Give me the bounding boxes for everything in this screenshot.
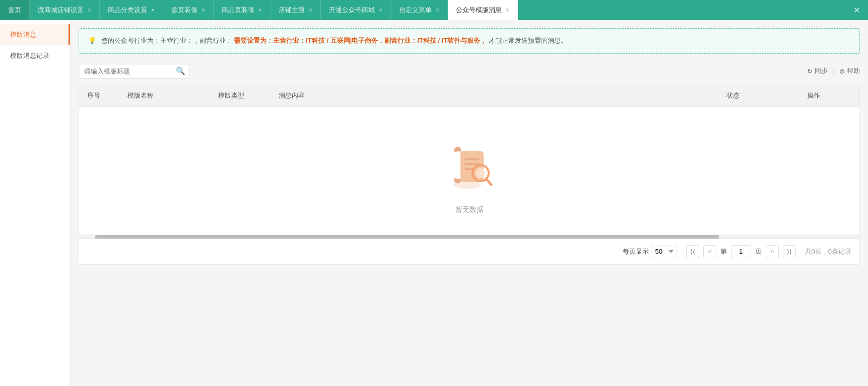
layout: 模版消息 模版消息记录 💡 您的公众号行业为：主营行业：，副营行业： 需要设置为… [0, 20, 868, 386]
search-bar: 🔍 ↻ 同步 | ⊘ 帮助 [79, 64, 860, 79]
tab-bar: 首页 微商城店铺设置 × 商品分类设置 × 首页装修 × 商品页装修 × 店铺主… [0, 0, 868, 20]
help-icon: ⊘ [839, 67, 845, 75]
notice-box: 💡 您的公众号行业为：主营行业：，副营行业： 需要设置为：主营行业：IT科技 /… [79, 28, 860, 54]
col-header-content: 消息内容 [271, 85, 718, 106]
close-tab-custom-menu[interactable]: × [436, 7, 439, 14]
tab-shop-theme[interactable]: 店铺主题 × [271, 0, 321, 20]
tab-home-decor[interactable]: 首页装修 × [163, 0, 214, 20]
help-label: 帮助 [847, 66, 860, 75]
sync-button[interactable]: ↻ 同步 [807, 66, 828, 75]
close-tab-open-mall[interactable]: × [379, 7, 382, 14]
tab-shop-settings[interactable]: 微商城店铺设置 × [30, 0, 100, 20]
page-total: 共0页，0条记录 [805, 247, 851, 256]
empty-state: 暂无数据 [79, 107, 859, 235]
tab-shop-settings-label: 微商城店铺设置 [38, 6, 84, 15]
main-content: 💡 您的公众号行业为：主营行业：，副营行业： 需要设置为：主营行业：IT科技 /… [71, 20, 868, 386]
sidebar-item-template-msg-label: 模版消息 [10, 31, 36, 38]
tab-product-decor-label: 商品页装修 [222, 6, 254, 15]
page-first-button[interactable]: ⟨⟨ [686, 245, 699, 258]
search-icon[interactable]: 🔍 [176, 66, 185, 75]
close-tab-template-msg[interactable]: × [506, 7, 509, 14]
col-header-index: 序号 [79, 85, 119, 106]
tab-product-decor[interactable]: 商品页装修 × [214, 0, 271, 20]
tab-bar-close-all[interactable]: ✕ [845, 6, 868, 15]
toolbar-divider: | [833, 67, 834, 75]
table-header: 序号 模版名称 模版类型 消息内容 状态 操作 [79, 85, 859, 107]
svg-line-6 [486, 179, 491, 185]
table-wrap: 序号 模版名称 模版类型 消息内容 状态 操作 [79, 85, 860, 239]
svg-point-5 [476, 168, 486, 178]
sidebar-item-template-msg-record[interactable]: 模版消息记录 [0, 45, 70, 66]
tab-custom-menu[interactable]: 自定义菜单 × [391, 0, 448, 20]
bulb-icon: 💡 [88, 37, 96, 44]
close-tab-product-category[interactable]: × [151, 7, 155, 14]
close-tab-shop-theme[interactable]: × [309, 7, 312, 14]
page-size-dropdown[interactable]: 50 20 100 [651, 246, 677, 257]
pagination: 每页显示 50 20 100 ⟨⟨ ＜ 第 页 ＞ ⟩⟩ 共0页，0条记录 [79, 239, 860, 265]
notice-text-prefix: 您的公众号行业为：主营行业：，副营行业： [101, 37, 232, 44]
col-header-status: 状态 [718, 85, 799, 106]
page-next-button[interactable]: ＞ [766, 245, 779, 258]
sidebar: 模版消息 模版消息记录 [0, 20, 71, 386]
tab-home-label: 首页 [8, 6, 21, 15]
tab-custom-menu-label: 自定义菜单 [399, 6, 432, 15]
page-unit: 页 [755, 247, 762, 256]
tab-product-category-label: 商品分类设置 [108, 6, 147, 15]
empty-icon [439, 137, 500, 197]
tab-open-mall[interactable]: 开通公众号商城 × [321, 0, 391, 20]
col-header-name: 模版名称 [119, 85, 210, 106]
close-tab-shop-settings[interactable]: × [88, 7, 91, 14]
page-input[interactable] [731, 245, 751, 258]
sync-label: 同步 [815, 66, 828, 75]
tab-home[interactable]: 首页 [0, 0, 30, 20]
tab-template-msg-label: 公众号模版消息 [456, 6, 502, 15]
empty-text: 暂无数据 [455, 205, 484, 214]
scroll-track[interactable] [79, 235, 859, 239]
col-header-action: 操作 [799, 85, 859, 106]
page-last-button[interactable]: ⟩⟩ [783, 245, 796, 258]
page-size-select: 每页显示 50 20 100 [623, 246, 677, 257]
sync-icon: ↻ [807, 67, 813, 75]
col-header-type: 模版类型 [210, 85, 271, 106]
scroll-thumb[interactable] [95, 235, 719, 239]
close-tab-product-decor[interactable]: × [258, 7, 262, 14]
tab-product-category[interactable]: 商品分类设置 × [100, 0, 163, 20]
page-size-label: 每页显示 [623, 247, 649, 256]
search-input-wrap: 🔍 [79, 64, 189, 79]
tab-open-mall-label: 开通公众号商城 [329, 6, 375, 15]
search-input[interactable] [79, 64, 189, 79]
tab-home-decor-label: 首页装修 [171, 6, 197, 15]
sidebar-item-template-msg[interactable]: 模版消息 [0, 24, 70, 45]
page-prefix: 第 [720, 247, 727, 256]
sync-help-area: ↻ 同步 | ⊘ 帮助 [807, 66, 860, 75]
notice-highlight: 需要设置为：主营行业：IT科技 / 互联网|电子商务，副营行业：IT科技 / I… [234, 37, 487, 44]
page-prev-button[interactable]: ＜ [703, 245, 716, 258]
tab-template-msg[interactable]: 公众号模版消息 × [448, 0, 518, 20]
notice-text-suffix: 才能正常发送预置的消息。 [489, 37, 567, 44]
close-tab-home-decor[interactable]: × [202, 7, 205, 14]
sidebar-item-template-msg-record-label: 模版消息记录 [10, 52, 49, 59]
help-button[interactable]: ⊘ 帮助 [839, 66, 860, 75]
tab-shop-theme-label: 店铺主题 [279, 6, 305, 15]
